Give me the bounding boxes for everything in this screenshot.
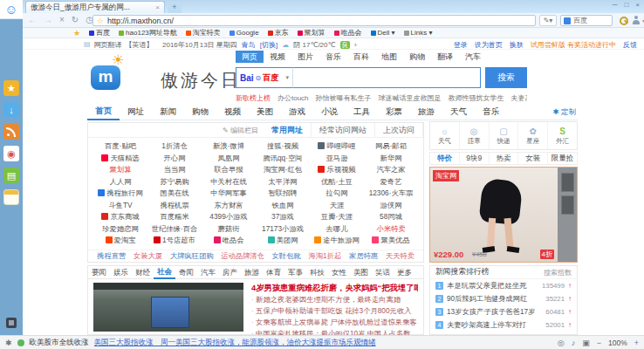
news-tab[interactable]: 房产 xyxy=(219,266,241,278)
deal-tab[interactable]: 特价 xyxy=(430,153,460,164)
promo-site-link[interactable]: 天天特卖 xyxy=(386,251,414,261)
set-homepage-link[interactable]: 设为首页 xyxy=(475,40,503,50)
city-link[interactable]: 青岛 xyxy=(242,40,256,50)
ad-thumbnail[interactable] xyxy=(561,173,574,192)
bookmark-item[interactable]: 京东 xyxy=(268,28,289,38)
site-link[interactable]: 37游戏 xyxy=(256,211,310,223)
portal-nav-item[interactable]: 工具 xyxy=(346,105,378,120)
news-tab[interactable]: 娱乐 xyxy=(110,266,132,278)
site-link[interactable]: 智联招聘 xyxy=(256,188,310,200)
site-link[interactable]: 天涯 xyxy=(310,200,364,212)
site-link[interactable]: 58同城 xyxy=(364,211,418,223)
refresh-icon[interactable]: ↻ xyxy=(72,15,79,24)
bookmark-item[interactable]: hao123网址导航 xyxy=(119,28,177,38)
site-link[interactable]: 腾讯qq·空间 xyxy=(256,153,310,165)
quick-search-input[interactable] xyxy=(573,17,609,24)
site-link[interactable]: 携程机票 xyxy=(147,200,202,212)
sound-icon[interactable]: ♪ xyxy=(572,339,576,347)
news-tab[interactable]: 女性 xyxy=(328,266,350,278)
bookmark-item[interactable]: 百度 xyxy=(89,28,110,38)
promo-site-link[interactable]: 携程直营 xyxy=(97,251,126,261)
shortcut-item[interactable]: ☼ 天气 xyxy=(430,122,460,149)
site-link[interactable]: 优酷·土豆 xyxy=(310,176,364,188)
weibo-icon[interactable]: ◉ xyxy=(3,146,19,161)
sites-card-tab[interactable]: 经常访问网站 xyxy=(312,123,375,137)
site-link[interactable]: 聚美优品 xyxy=(364,235,418,247)
portal-nav-item[interactable]: 彩票 xyxy=(378,105,410,120)
engine-selector[interactable]: Bai ⊙ 百度 ▾ xyxy=(236,67,293,88)
sites-card-tab[interactable]: 常用网址 xyxy=(264,123,312,137)
favorites-star-icon[interactable]: ★ xyxy=(73,29,80,38)
zoom-level[interactable]: 100% xyxy=(608,339,627,347)
ranking-row[interactable]: 1 本是玩票父亲竟把娃坐死 135499 ↑ xyxy=(430,279,577,292)
site-link[interactable]: 新浪·微博 xyxy=(202,140,256,153)
hot-search-link[interactable]: 办公touch xyxy=(277,93,309,103)
compatibility-icon[interactable]: ◎ xyxy=(558,339,565,347)
site-link[interactable]: 天猫精选 xyxy=(93,153,147,165)
site-link[interactable]: 小米特卖 xyxy=(364,223,418,236)
site-link[interactable]: 携程旅行网 xyxy=(93,188,147,200)
ad-thumbnail-strip[interactable] xyxy=(558,168,577,262)
search-category-tab[interactable]: 百科 xyxy=(347,51,375,63)
site-link[interactable]: 苏宁易购 xyxy=(147,176,202,188)
portal-nav-item[interactable]: 小说 xyxy=(313,105,346,120)
skin-link[interactable]: 换肤 xyxy=(510,40,524,50)
translate-label[interactable]: 网页翻译 xyxy=(94,40,122,50)
news-tab[interactable]: 更多 xyxy=(394,266,415,278)
site-link[interactable]: 聚划算 xyxy=(93,164,147,176)
site-link[interactable]: 东方财富 xyxy=(202,200,256,212)
back-icon[interactable]: ← xyxy=(28,15,37,24)
site-link[interactable]: 国美在线 xyxy=(147,188,202,200)
settings-gear-icon[interactable]: ✱ xyxy=(5,339,12,347)
bookmark-item[interactable]: 唯品会 xyxy=(334,28,362,38)
site-link[interactable]: 去哪儿 xyxy=(310,223,364,236)
bookmark-item[interactable]: Links ▾ xyxy=(404,29,433,37)
site-link[interactable]: 12306·火车票 xyxy=(364,188,418,200)
site-link[interactable]: 中华网军事 xyxy=(202,188,256,200)
apps-icon[interactable] xyxy=(6,318,17,328)
portal-nav-item[interactable]: 旅游 xyxy=(410,105,442,120)
ranking-row[interactable]: 3 13岁女孩产子孩子爸爸17岁 60481 ↑ xyxy=(430,305,577,318)
edit-sites-link[interactable]: ✎ 编辑栏目 xyxy=(223,126,264,135)
site-link[interactable]: 开心网 xyxy=(147,153,202,165)
news-headline-link[interactable]: 新婚之夜老婆因生理期不方便，最终走向离婚 xyxy=(251,294,418,305)
weather-more-icon[interactable]: › xyxy=(354,41,357,49)
news-tab[interactable]: 旅游 xyxy=(241,266,263,278)
site-link[interactable]: 网易·邮箱 xyxy=(364,140,418,153)
search-category-tab[interactable]: 翻译 xyxy=(431,51,459,63)
hot-search-link[interactable]: 孙怡被曝有私生子 xyxy=(316,93,372,103)
search-button[interactable]: 搜索 xyxy=(485,67,527,88)
promo-site-link[interactable]: 家居特惠 xyxy=(349,251,378,261)
site-link[interactable]: 17173小游戏 xyxy=(256,223,310,236)
site-link[interactable]: 百度糯米 xyxy=(147,211,202,223)
reader-icon[interactable]: ▤ xyxy=(3,168,19,183)
hot-search-link[interactable]: 新歌榜上榜 xyxy=(236,93,271,103)
bookmark-item[interactable]: 淘宝特卖 xyxy=(186,28,221,38)
portal-nav-item[interactable]: 新闻 xyxy=(152,105,184,120)
quick-search-box[interactable] xyxy=(560,15,613,26)
city-switch-link[interactable]: [切换] xyxy=(260,40,277,50)
site-link[interactable]: 当当网 xyxy=(147,164,202,176)
news-tab[interactable]: 笑话 xyxy=(372,266,394,278)
notes-icon[interactable] xyxy=(3,189,19,205)
zoom-out-button[interactable]: − xyxy=(597,339,601,347)
site-link[interactable]: 人人网 xyxy=(93,176,147,188)
news-tab[interactable]: 美图 xyxy=(350,266,372,278)
news-tab[interactable]: 军事 xyxy=(284,266,306,278)
favorites-icon[interactable]: ★ xyxy=(3,80,19,96)
login-link[interactable]: 登录 xyxy=(454,40,468,50)
site-link[interactable]: 乐视视频 xyxy=(310,164,364,176)
portal-nav-item[interactable]: 游戏 xyxy=(281,105,313,120)
site-link[interactable]: 世纪佳缘·百合 xyxy=(147,223,202,236)
ranking-row[interactable]: 2 90后辣妈工地健身成网红 35221 ↑ xyxy=(430,292,577,305)
taobao-ad[interactable]: 淘宝网 ¥229.00 ¥458 4折 xyxy=(429,167,578,263)
site-link[interactable]: 1号店超市 xyxy=(147,235,202,247)
portal-nav-item[interactable]: 购物 xyxy=(184,105,216,120)
promo-site-link[interactable]: 海淘1折起 xyxy=(308,251,341,261)
maxthon-logo-icon[interactable]: ☺ xyxy=(0,0,23,19)
site-link[interactable]: 太平洋网 xyxy=(256,176,310,188)
maxthon-today-logo[interactable]: m xyxy=(91,65,120,90)
layout-icon[interactable]: ▣ xyxy=(582,339,590,347)
address-bar[interactable]: ☆ http://i.maxthon.cn/ xyxy=(92,15,536,26)
translate-mode[interactable]: 【英语】 xyxy=(126,40,154,50)
